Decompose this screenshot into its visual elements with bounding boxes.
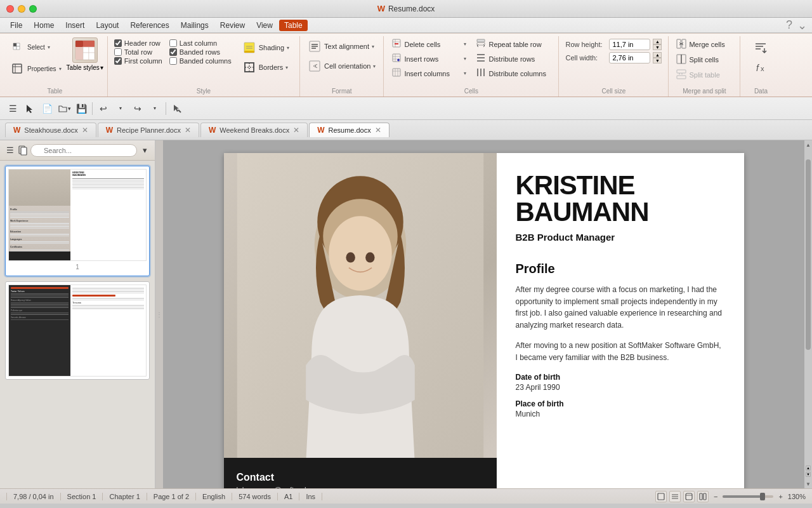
insert-rows-button[interactable]: Insert rows ▾	[388, 52, 470, 65]
table-styles-button[interactable]	[72, 37, 98, 63]
scroll-up-button[interactable]: ▲	[804, 140, 812, 149]
row-height-down[interactable]: ▼	[653, 44, 662, 50]
sidebar-page-1-thumb[interactable]: Profile Work Experience Educatio	[5, 166, 150, 276]
banded-columns-check[interactable]: Banded columns	[169, 57, 232, 65]
sidebar-search-input[interactable]	[30, 144, 137, 157]
header-row-check[interactable]: Header row	[114, 39, 162, 47]
select-button[interactable]: Select ▾	[6, 37, 65, 57]
table-styles-dropdown[interactable]: Table styles ▾	[67, 64, 103, 71]
distribute-rows-button[interactable]: Distribute rows	[472, 52, 554, 65]
menu-mailings[interactable]: Mailings	[176, 20, 214, 31]
split-cells-button[interactable]: Split cells	[672, 53, 736, 67]
view-split-button[interactable]	[697, 491, 709, 502]
minimize-ribbon-icon[interactable]: ⌄	[797, 18, 807, 32]
banded-columns-checkbox[interactable]	[169, 57, 177, 65]
tab-resume-close[interactable]: ✕	[375, 126, 381, 134]
total-row-checkbox[interactable]	[114, 48, 122, 56]
undo-button[interactable]: ↩	[96, 101, 111, 116]
zoom-minus-button[interactable]: −	[711, 493, 720, 500]
redo-button[interactable]: ↪	[130, 101, 145, 116]
sort-button[interactable]	[748, 39, 773, 57]
cursor2-button[interactable]	[169, 101, 185, 116]
header-row-checkbox[interactable]	[114, 39, 122, 47]
help-icon[interactable]: ?	[786, 18, 792, 32]
formula-button[interactable]: f x	[748, 58, 773, 76]
tab-recipe-close[interactable]: ✕	[185, 126, 191, 134]
properties-button[interactable]: Properties ▾	[6, 59, 65, 78]
scroll-down-button[interactable]: ▼	[804, 479, 812, 488]
cursor-button[interactable]	[22, 101, 37, 116]
shading-button[interactable]: Shading ▾	[239, 39, 293, 57]
row-height-row: Row height: ▲ ▼	[565, 39, 662, 50]
repeat-table-row-button[interactable]: Repeat table row	[472, 37, 554, 51]
cell-width-up[interactable]: ▲	[653, 52, 662, 58]
menu-references[interactable]: References	[125, 20, 174, 31]
doc-area[interactable]: Contact k.baumann@softmaker.com KRISTINE…	[163, 140, 804, 488]
sidebar-pages-button[interactable]	[18, 144, 28, 157]
sidebar-divider[interactable]: ⋮	[155, 140, 163, 488]
delete-cells-button[interactable]: Delete cells ▾	[388, 37, 470, 51]
insert-columns-button[interactable]: Insert columns ▾	[388, 67, 470, 80]
zoom-slider[interactable]	[723, 495, 773, 498]
row-height-input[interactable]	[609, 39, 650, 50]
close-button[interactable]	[6, 5, 14, 13]
menu-insert[interactable]: Insert	[60, 20, 89, 31]
cell-width-down[interactable]: ▼	[653, 58, 662, 64]
distribute-columns-button[interactable]: Distribute columns	[472, 67, 554, 80]
tab-weekend[interactable]: W Weekend Breaks.docx ✕	[200, 123, 308, 137]
menu-view[interactable]: View	[251, 20, 278, 31]
menu-layout[interactable]: Layout	[91, 20, 124, 31]
cell-orientation-button[interactable]: A Cell orientation ▾	[304, 57, 379, 75]
tab-steakhouse-close[interactable]: ✕	[82, 126, 88, 134]
contact-bar: Contact k.baumann@softmaker.com	[224, 458, 497, 488]
cell-width-label: Cell width:	[565, 54, 606, 62]
sidebar-expand-button[interactable]: ▾	[140, 144, 150, 157]
menu-file[interactable]: File	[5, 20, 27, 31]
last-column-checkbox[interactable]	[169, 39, 177, 47]
sidebar-menu-button[interactable]: ☰	[5, 144, 15, 157]
contact-title: Contact	[237, 472, 484, 483]
last-column-check[interactable]: Last column	[169, 39, 232, 47]
borders-button[interactable]: Borders ▾	[239, 58, 293, 76]
cell-width-input[interactable]	[609, 52, 650, 64]
menu-home[interactable]: Home	[29, 20, 59, 31]
view-normal-button[interactable]	[655, 491, 667, 502]
right-scrollbar[interactable]: ▲ ▲ ▼ ▼	[804, 140, 812, 488]
scroll-mini-up[interactable]: ▲	[806, 465, 811, 471]
total-row-check[interactable]: Total row	[114, 48, 162, 56]
open-button[interactable]: ▾	[56, 101, 72, 116]
first-column-checkbox[interactable]	[114, 57, 122, 65]
zoom-handle[interactable]	[760, 493, 765, 500]
svg-rect-47	[682, 39, 686, 48]
tab-weekend-close[interactable]: ✕	[293, 126, 299, 134]
tab-resume[interactable]: W Resume.docx ✕	[309, 123, 390, 137]
zoom-level[interactable]: 130%	[788, 493, 806, 500]
undo-dropdown-button[interactable]: ▾	[113, 101, 128, 116]
tab-steakhouse[interactable]: W Steakhouse.docx ✕	[5, 123, 96, 137]
style-group-label: Style	[112, 86, 296, 97]
minimize-button[interactable]	[18, 5, 25, 13]
banded-rows-check[interactable]: Banded rows	[169, 48, 232, 56]
save-button[interactable]: 💾	[74, 101, 89, 116]
scroll-mini-down[interactable]: ▼	[806, 472, 811, 477]
view-web-button[interactable]	[683, 491, 695, 502]
merge-cells-button[interactable]: Merge cells	[672, 37, 736, 51]
row-height-up[interactable]: ▲	[653, 39, 662, 44]
sidebar-page-2-thumb[interactable]: Tartar Talium Reason Alyming Hallum Poll…	[5, 281, 150, 380]
row-height-label: Row height:	[565, 41, 606, 48]
zoom-plus-button[interactable]: +	[776, 493, 785, 500]
menu-review[interactable]: Review	[215, 20, 250, 31]
redo-dropdown-button[interactable]: ▾	[147, 101, 162, 116]
menu-table[interactable]: Table	[279, 20, 308, 31]
tab-recipe[interactable]: W Recipe Planner.docx ✕	[98, 123, 199, 137]
text-alignment-button[interactable]: Text alignment ▾	[304, 37, 379, 55]
first-column-check[interactable]: First column	[114, 57, 162, 65]
view-outline-button[interactable]	[669, 491, 681, 502]
banded-rows-checkbox[interactable]	[169, 48, 177, 56]
scroll-thumb[interactable]	[806, 159, 811, 350]
tab-weekend-label: Weekend Breaks.docx	[219, 126, 289, 134]
new-doc-button[interactable]: 📄	[39, 101, 55, 116]
view-toggle-button[interactable]: ☰	[5, 101, 20, 116]
maximize-button[interactable]	[29, 5, 37, 13]
split-table-button[interactable]: Split table	[672, 68, 736, 82]
